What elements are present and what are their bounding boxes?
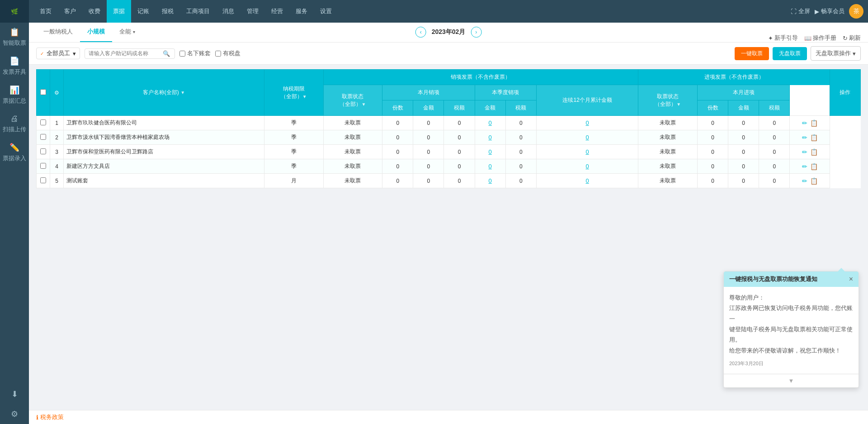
select-all-checkbox[interactable] [40, 89, 46, 95]
row-checkbox[interactable] [40, 119, 46, 125]
nav-operation[interactable]: 经营 [265, 0, 289, 23]
table-row: 4 新建区方方文具店 季 未取票 0 0 0 0 0 0 未取票 0 0 0 ✏… [37, 159, 861, 174]
row-purchase-fetch: 未取票 [638, 130, 698, 145]
row-purchase-month-tax: 0 [759, 130, 790, 145]
sidebar-item-invoice-entry[interactable]: ✏️ 票据录入 [0, 138, 29, 167]
sales-month-tax-header: 税额 [444, 100, 475, 116]
sidebar-item-smart-fetch[interactable]: 📋 智能取票 [0, 23, 29, 52]
next-month-button[interactable]: › [471, 27, 481, 38]
nav-customer[interactable]: 客户 [58, 0, 82, 23]
row-checkbox[interactable] [40, 134, 46, 140]
own-account-checkbox[interactable]: 名下账套 [179, 49, 211, 57]
view-icon[interactable]: 📋 [810, 148, 818, 156]
notification-line1: 江苏政务网已恢复访问电子税务局功能，您代账一 [729, 303, 853, 324]
refresh-link[interactable]: ↻ 刷新 [843, 34, 861, 42]
table-row: 2 卫辉市汲水镇下园湾香燉营本种植家庭农场 季 未取票 0 0 0 0 0 0 … [37, 130, 861, 145]
nav-bookkeeping[interactable]: 记账 [131, 0, 156, 23]
notification-close-button[interactable]: × [849, 275, 853, 283]
prev-month-button[interactable]: ‹ [415, 27, 426, 38]
row-no: 1 [50, 116, 64, 130]
row-customer-name: 测试账套 [64, 174, 264, 188]
row-no: 2 [50, 130, 64, 145]
row-checkbox[interactable] [40, 163, 46, 169]
table-row: 3 卫辉市保和堂医药有限公司卫辉路店 季 未取票 0 0 0 0 0 0 未取票… [37, 145, 861, 159]
row-tax-period: 月 [264, 174, 323, 188]
view-icon[interactable]: 📋 [810, 119, 818, 127]
edit-icon[interactable]: ✏ [802, 119, 807, 127]
row-checkbox[interactable] [40, 148, 46, 154]
edit-icon[interactable]: ✏ [802, 134, 807, 141]
search-input[interactable] [89, 50, 161, 57]
one-key-button[interactable]: 一键取票 [735, 47, 769, 60]
nav-management[interactable]: 管理 [241, 0, 265, 23]
sidebar-settings-button[interactable]: ⚙ [0, 404, 29, 424]
row-purchase-month-tax: 0 [759, 145, 790, 159]
own-account-checkbox-input[interactable] [179, 51, 185, 57]
filter-icon[interactable]: ▼ [180, 90, 185, 95]
view-icon[interactable]: 📋 [810, 163, 818, 170]
tab-small[interactable]: 小规模 [80, 23, 112, 42]
sidebar-item-label: 票据录入 [3, 154, 26, 162]
toolbar: ✓ 全部员工 ▾ 🔍 名下账套 有税盘 一键取票 无盘取票 无盘取票操作 [29, 43, 868, 65]
view-icon[interactable]: 📋 [810, 134, 818, 141]
sidebar-logo: 🌿 [0, 0, 29, 23]
nav-tax[interactable]: 报税 [156, 0, 180, 23]
filter-icon[interactable]: ▼ [302, 94, 307, 99]
row-purchase-month-amount: 0 [728, 174, 759, 188]
manual-link[interactable]: 📖 操作手册 [804, 34, 836, 42]
row-tax-period: 季 [264, 159, 323, 174]
filter-icon[interactable]: ▼ [676, 102, 681, 107]
row-purchase-fetch: 未取票 [638, 116, 698, 130]
sales-fetch-status-header[interactable]: 取票状态（全部）▼ [323, 85, 382, 116]
no-disk-button[interactable]: 无盘取票 [773, 47, 807, 60]
nav-settings[interactable]: 设置 [314, 0, 338, 23]
scroll-indicator: ▼ [788, 377, 794, 384]
purchase-fetch-status-header[interactable]: 取票状态（全部）▼ [638, 85, 698, 116]
edit-icon[interactable]: ✏ [802, 177, 807, 185]
row-tax-period: 季 [264, 145, 323, 159]
edit-icon[interactable]: ✏ [802, 163, 807, 170]
filter-icon[interactable]: ▼ [361, 102, 366, 107]
sales-12month-header: 连续12个月累计金额 [536, 85, 638, 116]
user-avatar[interactable]: 茶 [849, 4, 863, 19]
has-tax-checkbox[interactable]: 有税盘 [215, 49, 241, 57]
sidebar-item-invoice-summary[interactable]: 📊 票据汇总 [0, 81, 29, 110]
nav-service[interactable]: 服务 [289, 0, 314, 23]
tab-general[interactable]: 一般纳税人 [36, 23, 80, 42]
nav-invoice[interactable]: 票据 [107, 0, 131, 23]
search-icon[interactable]: 🔍 [163, 50, 170, 57]
invoice-open-icon: 📄 [9, 56, 19, 66]
sidebar-download-button[interactable]: ⬇ [0, 384, 29, 404]
row-sales-fetch: 未取票 [323, 145, 382, 159]
invoice-summary-icon: 📊 [9, 85, 19, 95]
row-purchase-month-count: 0 [697, 130, 728, 145]
customer-name-header[interactable]: 客户名称(全部) ▼ [64, 70, 264, 116]
view-icon[interactable]: 📋 [810, 177, 818, 185]
member-button[interactable]: ▶ 畅享会员 [815, 7, 844, 15]
fullscreen-button[interactable]: ⛶ 全屏 [791, 7, 810, 15]
no-disk-ops-button[interactable]: 无盘取票操作 ▾ [811, 46, 861, 61]
nav-business[interactable]: 工商项目 [180, 0, 216, 23]
row-sales-month-count: 0 [382, 116, 413, 130]
row-sales-quarter-tax: 0 [505, 145, 536, 159]
sidebar-item-label: 发票开具 [3, 68, 26, 76]
notification-header: 一键报税与无盘取票功能恢复通知 × [724, 272, 859, 287]
edit-icon[interactable]: ✏ [802, 148, 807, 156]
actions-header: 操作 [830, 70, 860, 116]
row-sales-month-count: 0 [382, 174, 413, 188]
purchase-month-amount-header: 金额 [728, 100, 759, 116]
has-tax-checkbox-input[interactable] [215, 51, 221, 57]
nav-home[interactable]: 首页 [33, 0, 58, 23]
nav-billing[interactable]: 收费 [82, 0, 107, 23]
employee-filter[interactable]: ✓ 全部员工 ▾ [36, 48, 80, 59]
row-checkbox[interactable] [40, 177, 46, 183]
nav-message[interactable]: 消息 [216, 0, 241, 23]
new-guide-link[interactable]: ✦ 新手引导 [768, 34, 798, 42]
refresh-icon: ↻ [843, 35, 848, 42]
tab-all[interactable]: 全能 ▾ [112, 23, 142, 42]
sidebar-item-invoice-open[interactable]: 📄 发票开具 [0, 52, 29, 81]
row-purchase-month-amount: 0 [728, 145, 759, 159]
bottom-bar[interactable]: ℹ 税务政策 [29, 410, 868, 424]
tax-period-header[interactable]: 纳税期限（全部）▼ [264, 70, 323, 116]
sidebar-item-scan-upload[interactable]: 🖨 扫描上传 [0, 110, 29, 138]
